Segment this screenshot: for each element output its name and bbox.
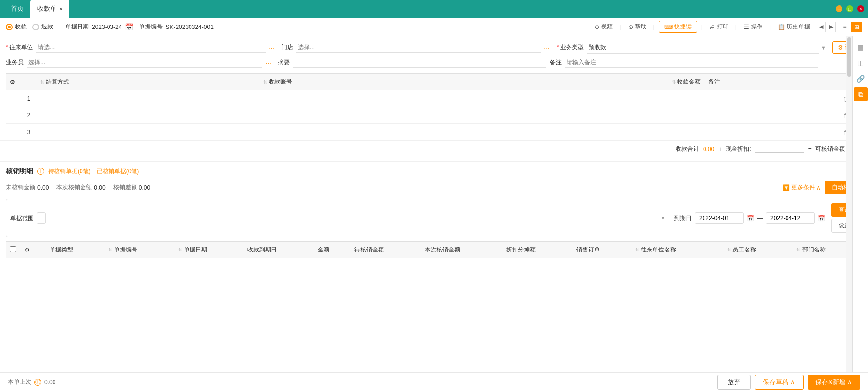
grid-view-btn[interactable]: ⊞ xyxy=(851,22,862,32)
nav-home[interactable]: 首页 xyxy=(4,0,30,18)
btcol-staff-label: 员工名称 xyxy=(732,246,756,253)
row-account-1[interactable] xyxy=(259,90,482,107)
view-buttons: ≡ ⊞ xyxy=(840,22,862,32)
nav-next[interactable]: ▶ xyxy=(827,22,836,32)
doc-date-value: 2023-03-24 xyxy=(92,24,122,30)
row-amount-3[interactable] xyxy=(482,124,705,140)
scroll-thumb xyxy=(847,37,851,77)
doc-range-select[interactable] xyxy=(37,212,46,224)
row-remark-2[interactable] xyxy=(705,107,823,124)
bottom-table-header: ⚙ 单据类型 ⇅ 单据编号 ⇅ 单据日期 收款到期日 xyxy=(6,242,862,258)
row-settlement-2[interactable] xyxy=(36,107,259,124)
calendar-icon[interactable]: 📅 xyxy=(125,23,133,31)
doc-num-label: 单据编号 xyxy=(139,23,163,31)
radio-receive[interactable]: 收款 xyxy=(6,23,27,31)
due-date-from[interactable] xyxy=(695,212,744,224)
btcol-amount-label: 金额 xyxy=(318,246,329,253)
history-button[interactable]: 📋 历史单据 xyxy=(775,22,813,32)
staff-input[interactable] xyxy=(27,57,262,68)
row-amount-2[interactable] xyxy=(482,107,705,124)
sort-icon-1: ⇅ xyxy=(40,79,44,84)
right-panel: ▦ ◫ 🔗 ⧉ xyxy=(852,36,868,372)
nav-receipt[interactable]: 收款单 × xyxy=(30,0,69,18)
biz-type-dropdown: 预收款 ▼ xyxy=(587,42,828,54)
due-date-label: 到期日 xyxy=(674,214,692,223)
col-gear[interactable]: ⚙ xyxy=(6,74,22,90)
row-gear-3 xyxy=(6,124,22,140)
panel-icon-4[interactable]: ⧉ xyxy=(854,87,868,101)
counterparty-field: 往来单位 ··· xyxy=(6,42,277,53)
panel-icon-3[interactable]: 🔗 xyxy=(854,72,868,85)
pending-tab[interactable]: 待核销单据(0笔) xyxy=(48,168,91,176)
row-num-3: 3 xyxy=(22,124,36,140)
print-button[interactable]: 🖨 打印 xyxy=(706,22,732,32)
table-container: ⚙ ⇅ 结算方式 ⇅ 收款账号 ⇅ 收款金额 xyxy=(0,73,868,140)
row-settlement-1[interactable] xyxy=(36,90,259,107)
radio-refund[interactable]: 退款 xyxy=(32,23,53,31)
shortcut-button[interactable]: ⌨ 快捷键 xyxy=(659,21,697,33)
btcol-gear[interactable]: ⚙ xyxy=(21,242,46,258)
col-remark-label: 备注 xyxy=(708,78,720,85)
row-remark-1[interactable] xyxy=(705,90,823,107)
store-more-btn[interactable]: ··· xyxy=(541,44,553,52)
remark-input[interactable] xyxy=(565,57,818,68)
unverified-label: 未核销金额 xyxy=(6,183,35,192)
nav-prev[interactable]: ◀ xyxy=(817,22,826,32)
staff-more-btn[interactable]: ··· xyxy=(262,59,274,67)
store-input[interactable] xyxy=(296,42,541,53)
close-tab-icon[interactable]: × xyxy=(59,6,62,12)
btcol-counterparty: ⇅ 往来单位名称 xyxy=(631,242,723,258)
select-all-checkbox[interactable] xyxy=(10,246,16,252)
verify-title-row: 核销明细 i 待核销单据(0笔) 已核销单据(0笔) xyxy=(6,167,862,176)
btcol-discount: 折扣分摊额 xyxy=(502,242,572,258)
video-button[interactable]: ⊙ 视频 xyxy=(592,22,616,32)
close-button[interactable]: × xyxy=(857,5,864,12)
sep1: | xyxy=(620,24,621,30)
due-date-field: 到期日 📅 — 📅 xyxy=(674,212,825,224)
receipt-label: 收款单 xyxy=(37,4,56,13)
main-form-area: 往来单位 ··· 门店 ··· 业务类型 预收款 ▼ ⚙ 设置 xyxy=(0,36,868,372)
minimize-button[interactable]: ─ xyxy=(836,5,842,12)
history-icon: 📋 xyxy=(778,24,785,30)
plus-sign: + xyxy=(718,146,722,153)
maximize-button[interactable]: □ xyxy=(846,5,853,12)
btcol-pending-label: 待核销金额 xyxy=(354,246,384,253)
row-remark-3[interactable] xyxy=(705,124,823,140)
verify-title: 核销明细 xyxy=(6,167,33,176)
counterparty-more-btn[interactable]: ··· xyxy=(266,44,277,52)
summary-input[interactable] xyxy=(293,57,546,68)
verify-info-icon[interactable]: i xyxy=(37,168,44,175)
discount-input[interactable] xyxy=(755,145,804,153)
calendar-from-icon[interactable]: 📅 xyxy=(747,215,754,222)
total-label: 收款合计 xyxy=(676,145,699,153)
doc-num-field: 单据编号 SK-20230324-001 xyxy=(139,23,213,31)
date-separator: — xyxy=(757,215,763,222)
sort-icon-3: ⇅ xyxy=(672,79,676,84)
calendar-to-icon[interactable]: 📅 xyxy=(818,215,825,222)
counterparty-input[interactable] xyxy=(36,42,266,53)
panel-icon-1[interactable]: ▦ xyxy=(854,40,868,54)
row-settlement-3[interactable] xyxy=(36,124,259,140)
sep3: | xyxy=(701,24,703,30)
panel-icon-2[interactable]: ◫ xyxy=(854,56,868,70)
help-button[interactable]: ⊙ 帮助 xyxy=(625,22,650,32)
verified-tab[interactable]: 已核销单据(0笔) xyxy=(97,168,139,176)
staff-field: 业务员 ··· xyxy=(6,57,274,68)
operate-button[interactable]: ☰ 操作 xyxy=(741,22,765,32)
btcol-doc-num: ⇅ 单据编号 xyxy=(105,242,174,258)
biz-type-arrow[interactable]: ▼ xyxy=(819,45,828,51)
shortcut-icon: ⌨ xyxy=(664,24,673,30)
verify-stats: 未核销金额 0.00 本次核销金额 0.00 核销差额 0.00 🔽 更多条件 … xyxy=(6,181,862,194)
row-amount-1[interactable] xyxy=(482,90,705,107)
home-label: 首页 xyxy=(11,4,24,13)
radio-circle-receive xyxy=(6,24,13,30)
row-num-1: 1 xyxy=(22,90,36,107)
list-view-btn[interactable]: ≡ xyxy=(840,22,850,32)
more-conditions-btn[interactable]: 🔽 更多条件 ∧ xyxy=(783,183,821,192)
scrollbar[interactable] xyxy=(846,36,852,372)
due-date-to[interactable] xyxy=(766,212,815,224)
row-account-2[interactable] xyxy=(259,107,482,124)
doc-date-label: 单据日期 xyxy=(65,23,89,31)
btcol-doc-date-label: 单据日期 xyxy=(184,246,207,253)
row-account-3[interactable] xyxy=(259,124,482,140)
